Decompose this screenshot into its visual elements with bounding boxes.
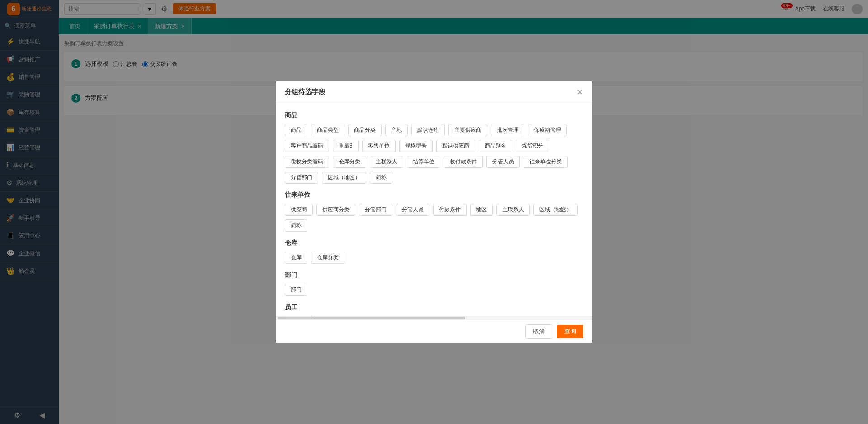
confirm-button[interactable]: 查询 — [557, 325, 583, 338]
modal-close-button[interactable]: ✕ — [576, 87, 583, 97]
field-supplier[interactable]: 供应商 — [285, 204, 313, 216]
field-origin[interactable]: 产地 — [385, 124, 408, 136]
field-payment-terms[interactable]: 收付款条件 — [444, 156, 483, 168]
field-counterpart-category[interactable]: 往来单位分类 — [524, 156, 568, 168]
cancel-button[interactable]: 取消 — [525, 324, 552, 339]
goods-fields: 商品 商品类型 商品分类 产地 默认仓库 主要供应商 批次管理 保质期管理 客户… — [285, 124, 583, 184]
field-area-cp[interactable]: 地区 — [470, 204, 493, 216]
modal-header: 分组待选字段 ✕ — [276, 81, 592, 102]
field-goods-alias[interactable]: 商品别名 — [479, 140, 512, 152]
modal-body: 商品 商品 商品类型 商品分类 产地 默认仓库 主要供应商 批次管理 保质期管理… — [276, 102, 592, 316]
field-settlement-unit[interactable]: 结算单位 — [407, 156, 440, 168]
field-region-cp[interactable]: 区域（地区） — [533, 204, 578, 216]
field-goods-type[interactable]: 商品类型 — [311, 124, 344, 136]
field-main-supplier[interactable]: 主要供应商 — [448, 124, 487, 136]
field-spec-model[interactable]: 规格型号 — [399, 140, 433, 152]
field-region-goods[interactable]: 区域（地区） — [322, 172, 366, 184]
field-goods[interactable]: 商品 — [285, 124, 307, 136]
section-title-employee: 员工 — [285, 303, 583, 311]
field-warehouse[interactable]: 仓库 — [285, 252, 307, 264]
field-main-contact[interactable]: 主联系人 — [370, 156, 403, 168]
section-title-counterpart: 往来单位 — [285, 191, 583, 199]
section-title-warehouse: 仓库 — [285, 239, 583, 247]
field-contact-cp[interactable]: 主联系人 — [496, 204, 530, 216]
field-abbr-goods[interactable]: 简称 — [370, 172, 392, 184]
modal-footer: 取消 查询 — [276, 319, 592, 343]
field-tax-code[interactable]: 税收分类编码 — [285, 156, 329, 168]
field-weight3[interactable]: 重量3 — [333, 140, 359, 152]
field-dept[interactable]: 部门 — [285, 284, 307, 296]
section-title-goods: 商品 — [285, 111, 583, 119]
section-title-department: 部门 — [285, 271, 583, 279]
department-fields: 部门 — [285, 284, 583, 296]
field-retail-unit[interactable]: 零售单位 — [362, 140, 396, 152]
field-customer-goods-code[interactable]: 客户商品编码 — [285, 140, 329, 152]
field-payment-cp[interactable]: 付款条件 — [433, 204, 467, 216]
field-manager[interactable]: 分管人员 — [486, 156, 520, 168]
field-default-supplier[interactable]: 默认供应商 — [436, 140, 475, 152]
field-batch-mgmt[interactable]: 批次管理 — [491, 124, 524, 136]
field-abbr-cp[interactable]: 简称 — [285, 219, 307, 232]
modal-title: 分组待选字段 — [285, 88, 326, 96]
horizontal-scrollbar[interactable] — [276, 316, 592, 319]
field-select-modal: 分组待选字段 ✕ 商品 商品 商品类型 商品分类 产地 默认仓库 主要供应商 批… — [276, 81, 592, 343]
modal-overlay: 分组待选字段 ✕ 商品 商品 商品类型 商品分类 产地 默认仓库 主要供应商 批… — [0, 0, 868, 424]
field-warehouse-cat[interactable]: 仓库分类 — [311, 252, 344, 264]
field-supplier-category[interactable]: 供应商分类 — [316, 204, 355, 216]
field-goods-category[interactable]: 商品分类 — [348, 124, 382, 136]
field-shelf-life[interactable]: 保质期管理 — [528, 124, 567, 136]
field-smelting-points[interactable]: 炼货积分 — [516, 140, 549, 152]
field-personnel-cp[interactable]: 分管人员 — [396, 204, 429, 216]
warehouse-fields: 仓库 仓库分类 — [285, 252, 583, 264]
field-default-warehouse[interactable]: 默认仓库 — [411, 124, 445, 136]
field-warehouse-category[interactable]: 仓库分类 — [333, 156, 366, 168]
field-managing-dept[interactable]: 分管部门 — [285, 172, 318, 184]
counterpart-fields: 供应商 供应商分类 分管部门 分管人员 付款条件 地区 主联系人 区域（地区） … — [285, 204, 583, 232]
field-dept-cp[interactable]: 分管部门 — [359, 204, 392, 216]
